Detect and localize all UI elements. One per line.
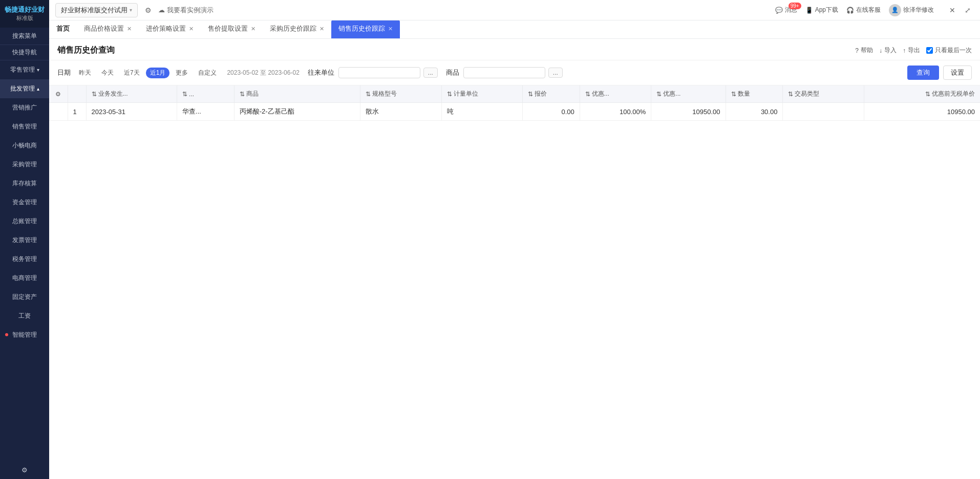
window-controls: ✕ ⤢ [946,4,974,16]
tab-close-icon[interactable]: ✕ [189,26,194,32]
last-only-checkbox-label[interactable]: 只看最后一次 [926,46,972,55]
product-ellipsis-button[interactable]: ... [548,68,563,78]
date-option-custom[interactable]: 自定义 [194,68,221,78]
sidebar-item-retail[interactable]: 零售管理 ▾ [0,60,49,79]
sidebar-settings-button[interactable]: ⚙ [0,461,49,479]
export-icon: ↑ [903,47,906,54]
date-option-last7days[interactable]: 近7天 [120,68,144,78]
export-button[interactable]: ↑ 导出 [903,46,920,55]
topbar-left: 好业财标准版交付试用 ▾ ⚙ ☁ 我要看实例演示 [55,3,770,17]
date-options: 昨天 今天 近7天 近1月 更多 自定义 [75,68,221,78]
th-unit[interactable]: ⇅ 计量单位 [441,85,522,103]
smart-dot-icon [5,333,8,336]
supplier-input[interactable] [338,67,420,78]
filter-settings-button[interactable]: 设置 [943,66,972,80]
topbar-right: 💬 消息 99+ 📱 App下载 🎧 在线客服 👤 徐泽华修改 ✕ ⤢ [775,4,974,16]
maximize-button[interactable]: ⤢ [962,4,974,16]
demo-button[interactable]: ☁ 我要看实例演示 [158,6,214,15]
cell-transaction-type [783,103,864,121]
th-transaction-type[interactable]: ⇅ 交易类型 [783,85,864,103]
topbar: 好业财标准版交付试用 ▾ ⚙ ☁ 我要看实例演示 💬 消息 99+ 📱 App下… [49,0,980,20]
date-option-today[interactable]: 今天 [97,68,118,78]
sidebar-item-smart[interactable]: 智能管理 [0,325,49,344]
tab-price-config[interactable]: 商品价格设置 ✕ [77,20,139,38]
sidebar-item-label: 库存核算 [12,179,37,188]
tab-close-icon[interactable]: ✕ [251,26,255,32]
sidebar-search[interactable]: 搜索菜单 [0,28,49,45]
date-option-more[interactable]: 更多 [172,68,192,78]
date-range-display: 2023-05-02 至 2023-06-02 [227,69,299,77]
cell-product: 丙烯酸-2-乙基己酯 [234,103,360,121]
sidebar-item-label: 发票管理 [12,236,37,245]
th-label: 规格型号 [372,90,397,98]
th-more[interactable]: ⇅ ... [177,85,235,103]
app-download-button[interactable]: 📱 App下载 [805,6,838,14]
sidebar-logo: 畅捷通好业财 标准版 [0,0,49,28]
tab-price-extract[interactable]: 售价提取设置 ✕ [201,20,263,38]
sidebar-item-ledger[interactable]: 总账管理 [0,212,49,231]
tab-close-icon[interactable]: ✕ [127,26,132,32]
user-name: 徐泽华修改 [903,6,934,14]
tab-close-icon[interactable]: ✕ [319,26,324,32]
sidebar-item-marketing[interactable]: 营销推广 [0,98,49,117]
online-service-label: 在线客服 [856,6,881,14]
th-label: 计量单位 [454,90,478,98]
th-quantity[interactable]: ⇅ 数量 [726,85,783,103]
help-button[interactable]: ? 帮助 [855,46,873,55]
import-icon: ↓ [879,47,882,54]
user-menu[interactable]: 👤 徐泽华修改 [889,4,934,16]
sort-icon: ⇅ [585,91,590,98]
sidebar-item-inventory[interactable]: 库存核算 [0,174,49,193]
date-option-yesterday[interactable]: 昨天 [75,68,95,78]
cell-discount1: 100.00% [580,103,651,121]
tab-purchase-strategy[interactable]: 进价策略设置 ✕ [139,20,201,38]
sidebar-item-label: 采购管理 [12,160,37,169]
close-button[interactable]: ✕ [946,4,958,16]
tab-close-icon[interactable]: ✕ [388,26,393,32]
sidebar-item-assets[interactable]: 固定资产 [0,288,49,307]
message-badge: 99+ [789,3,801,9]
product-input[interactable] [463,67,545,78]
th-label: 优惠... [592,90,609,98]
sidebar-item-sales[interactable]: 销售管理 [0,117,49,136]
sidebar-item-label: 总账管理 [12,217,37,226]
sidebar-item-tax[interactable]: 税务管理 [0,250,49,269]
sidebar-item-wholesale[interactable]: 批发管理 ▴ [0,79,49,98]
message-button[interactable]: 💬 消息 99+ [775,6,797,14]
sidebar-item-purchase[interactable]: 采购管理 [0,155,49,174]
online-service-button[interactable]: 🎧 在线客服 [846,6,881,14]
th-label: 报价 [535,90,547,98]
tabbar: 首页 商品价格设置 ✕ 进价策略设置 ✕ 售价提取设置 ✕ 采购历史价跟踪 ✕ … [49,20,980,39]
sidebar-item-finance[interactable]: 资金管理 [0,193,49,212]
th-seq [68,85,86,103]
app-selector[interactable]: 好业财标准版交付试用 ▾ [55,3,138,17]
sidebar-item-salary[interactable]: 工资 [0,307,49,325]
tab-purchase-history[interactable]: 采购历史价跟踪 ✕ [263,20,331,38]
last-only-checkbox[interactable] [926,47,933,54]
th-discount1[interactable]: ⇅ 优惠... [580,85,651,103]
th-price[interactable]: ⇅ 报价 [522,85,580,103]
th-spec[interactable]: ⇅ 规格型号 [360,85,441,103]
cell-settings [49,103,68,121]
th-settings[interactable]: ⚙ [49,85,68,103]
tab-sales-history[interactable]: 销售历史价跟踪 ✕ [331,20,400,38]
th-pre-tax-price[interactable]: ⇅ 优惠前无税单价 [864,85,980,103]
supplier-ellipsis-button[interactable]: ... [423,68,438,78]
tab-label: 售价提取设置 [208,24,248,33]
topbar-settings-button[interactable]: ⚙ [141,3,155,17]
sidebar-item-label: 小畅电商 [12,141,37,150]
import-button[interactable]: ↓ 导入 [879,46,897,55]
sidebar-item-ecommerce[interactable]: 电商管理 [0,269,49,288]
page-header: 销售历史价查询 ? 帮助 ↓ 导入 ↑ 导出 只看最后一次 [49,39,980,60]
sidebar-item-ecommerce-small[interactable]: 小畅电商 [0,136,49,155]
query-button[interactable]: 查询 [907,66,939,80]
sidebar-item-invoice[interactable]: 发票管理 [0,231,49,250]
th-business-date[interactable]: ⇅ 业务发生... [86,85,177,103]
th-product[interactable]: ⇅ 商品 [234,85,360,103]
tab-home[interactable]: 首页 [49,20,77,38]
th-discount2[interactable]: ⇅ 优惠... [651,85,726,103]
date-option-last1month[interactable]: 近1月 [146,68,170,78]
sidebar-quick-nav[interactable]: 快捷导航 [0,45,49,60]
sort-icon: ⇅ [528,91,533,98]
sidebar: 畅捷通好业财 标准版 搜索菜单 快捷导航 零售管理 ▾ 批发管理 ▴ 营销推广 … [0,0,49,479]
